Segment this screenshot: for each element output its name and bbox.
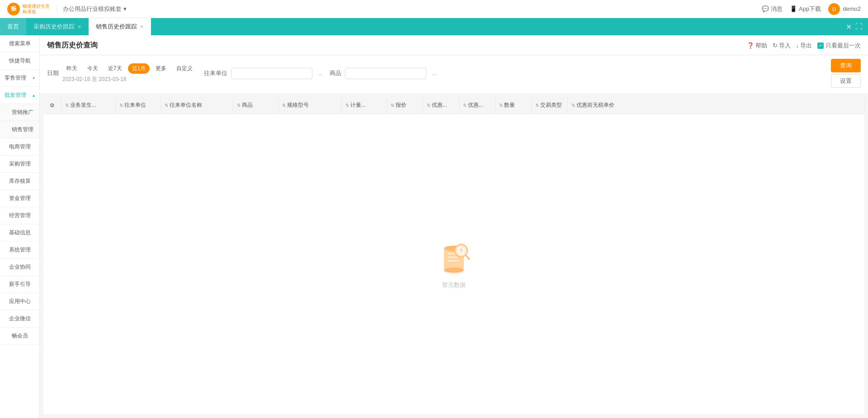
sort-icon[interactable]: ⇅ (391, 103, 394, 108)
app-selector[interactable]: 办公用品行业模拟账套 ▾ (57, 5, 127, 13)
date-filter-group: 日期 昨天 今天 近7天 近1月 更多 自定义 2023-02-18 至 202… (47, 63, 197, 83)
content-area: 销售历史价查询 ❓ 帮助 ↻ 导入 ↓ 导出 ✓ (40, 35, 868, 418)
sort-icon[interactable]: ⇅ (427, 103, 430, 108)
svg-rect-6 (448, 260, 459, 261)
sort-icon[interactable]: ⇅ (571, 103, 575, 108)
th-trade-type: ⇅ 交易类型 (532, 98, 568, 113)
import-icon: ↻ (773, 42, 778, 49)
sidebar-guide-label: 新手引导 (9, 280, 31, 288)
sidebar-item-corp-wechat[interactable]: 企业微信 (0, 310, 39, 328)
purchase-history-tab-label: 采购历史价跟踪 (33, 23, 75, 31)
import-btn[interactable]: ↻ 导入 (773, 42, 791, 50)
sidebar-basic-info-label: 基础信息 (9, 229, 31, 237)
th-product: ⇅ 商品 (233, 98, 278, 113)
sidebar-item-sales-mgmt[interactable]: 销售管理 (0, 121, 39, 138)
tab-sales-history[interactable]: 销售历史价跟踪 ✕ (89, 18, 151, 35)
tab-bar-actions: ✕ ⛶ (846, 23, 868, 31)
logo-icon: 畅 (7, 3, 20, 15)
sidebar-item-purchase-mgmt[interactable]: 采购管理 (0, 156, 39, 173)
page-actions: ❓ 帮助 ↻ 导入 ↓ 导出 ✓ 只看最后一次 (747, 42, 861, 50)
sort-icon[interactable]: ⇅ (463, 103, 467, 108)
app-name: 办公用品行业模拟账套 (63, 5, 122, 13)
svg-text:?: ? (459, 248, 462, 254)
sidebar-item-quick-nav[interactable]: 快捷导航 (0, 52, 39, 70)
message-icon: 💬 (762, 5, 769, 12)
th-counterpart-name: ⇅ 往来单位名称 (161, 98, 233, 113)
sidebar-item-retail-mgmt[interactable]: 零售管理 ▾ (0, 70, 39, 87)
sidebar-item-marketing[interactable]: 营销推广 (0, 104, 39, 121)
help-btn[interactable]: ❓ 帮助 (747, 42, 767, 50)
date-btn-today[interactable]: 今天 (83, 63, 102, 74)
svg-line-9 (466, 255, 469, 259)
tab-purchase-history[interactable]: 采购历史价跟踪 ✕ (26, 18, 89, 35)
user-area[interactable]: D demo2 (828, 3, 861, 15)
sidebar-ops-mgmt-label: 经营管理 (9, 212, 31, 219)
sort-icon[interactable]: ⇅ (165, 103, 168, 108)
counterpart-input[interactable] (231, 68, 312, 79)
sidebar-item-inventory[interactable]: 库存核算 (0, 173, 39, 190)
sidebar-item-guide[interactable]: 新手引导 (0, 276, 39, 293)
sort-icon[interactable]: ⇅ (119, 103, 123, 108)
sidebar-corp-wechat-label: 企业微信 (9, 315, 31, 323)
export-btn[interactable]: ↓ 导出 (796, 42, 812, 50)
settings-button[interactable]: 设置 (831, 74, 861, 88)
tab-bar: 首页 采购历史价跟踪 ✕ 销售历史价跟踪 ✕ ✕ ⛶ (0, 18, 868, 35)
only-last-checkbox-label[interactable]: ✓ 只看最后一次 (817, 42, 861, 50)
sidebar-wholesale-mgmt-label: 批发管理 (5, 91, 26, 99)
sidebar-item-basic-info[interactable]: 基础信息 (0, 224, 39, 242)
date-filter-label: 日期 (47, 69, 59, 77)
product-input[interactable] (345, 68, 426, 79)
close-all-tabs-icon[interactable]: ✕ (846, 23, 852, 31)
sort-icon[interactable]: ⇅ (282, 103, 286, 108)
th-tax-price: ⇅ 优惠前无税单价 (568, 98, 864, 113)
sidebar: 搜索菜单 快捷导航 零售管理 ▾ 批发管理 ▴ 营销推广 销售管理 电商管理 采… (0, 35, 40, 418)
top-bar-right: 💬 消息 📱 App下载 D demo2 (762, 3, 861, 15)
tab-purchase-history-close[interactable]: ✕ (77, 24, 81, 30)
date-btn-more[interactable]: 更多 (151, 63, 170, 74)
counterpart-filter-label: 往来单位 (204, 69, 227, 77)
sort-icon[interactable]: ⇅ (345, 103, 349, 108)
sort-icon[interactable]: ⇅ (237, 103, 241, 108)
sidebar-search-menu-label: 搜索菜单 (9, 40, 31, 48)
date-btn-7days[interactable]: 近7天 (104, 63, 126, 74)
date-btn-1month[interactable]: 近1月 (128, 63, 150, 74)
expand-icon[interactable]: ⛶ (855, 23, 863, 31)
svg-rect-5 (448, 256, 458, 258)
sidebar-item-app-center[interactable]: 应用中心 (0, 293, 39, 310)
sidebar-item-wholesale-mgmt[interactable]: 批发管理 ▴ (0, 87, 39, 104)
sidebar-inventory-label: 库存核算 (9, 177, 31, 185)
sidebar-retail-mgmt-label: 零售管理 (5, 74, 26, 82)
counterpart-ellipsis[interactable]: ... (318, 70, 322, 76)
tab-sales-history-close[interactable]: ✕ (140, 24, 144, 30)
sidebar-app-center-label: 应用中心 (9, 298, 31, 305)
sort-icon[interactable]: ⇅ (65, 103, 69, 108)
th-unit: ⇅ 计量... (342, 98, 387, 113)
chevron-down-icon: ▾ (123, 5, 127, 12)
product-ellipsis[interactable]: ... (432, 70, 436, 76)
query-button[interactable]: 查询 (831, 59, 861, 72)
sidebar-item-search-menu[interactable]: 搜索菜单 (0, 35, 39, 52)
product-filter-label: 商品 (330, 69, 341, 77)
message-btn[interactable]: 💬 消息 (762, 5, 783, 13)
sidebar-item-finance-mgmt[interactable]: 资金管理 (0, 190, 39, 207)
sidebar-item-membership[interactable]: 畅会员 (0, 328, 39, 345)
th-settings[interactable]: ⚙ (43, 99, 61, 112)
sidebar-item-ops-mgmt[interactable]: 经营管理 (0, 207, 39, 224)
top-bar-left: 畅 畅捷通好生意 标准版 办公用品行业模拟账套 ▾ (7, 3, 127, 15)
sidebar-item-enterprise[interactable]: 企业协同 (0, 259, 39, 276)
sort-icon[interactable]: ⇅ (535, 103, 539, 108)
date-btn-custom[interactable]: 自定义 (172, 63, 197, 74)
checkbox-checked-icon: ✓ (817, 43, 824, 49)
table-header: ⚙ ⇅ 业务发生... ⇅ 往来单位 ⇅ 往来单位名称 ⇅ 商品 (43, 97, 864, 114)
page-header: 销售历史价查询 ❓ 帮助 ↻ 导入 ↓ 导出 ✓ (40, 35, 868, 55)
page-title-row: 销售历史价查询 ❓ 帮助 ↻ 导入 ↓ 导出 ✓ (47, 41, 861, 55)
sidebar-item-ecomm-mgmt[interactable]: 电商管理 (0, 138, 39, 156)
gear-icon[interactable]: ⚙ (50, 102, 55, 109)
sort-icon[interactable]: ⇅ (499, 103, 503, 108)
question-icon: ❓ (747, 42, 754, 49)
download-icon: 📱 (790, 5, 797, 12)
tab-home[interactable]: 首页 (0, 18, 26, 35)
sidebar-item-sys-settings[interactable]: 系统管理 (0, 242, 39, 259)
download-btn[interactable]: 📱 App下载 (790, 5, 821, 13)
date-btn-yesterday[interactable]: 昨天 (62, 63, 81, 74)
